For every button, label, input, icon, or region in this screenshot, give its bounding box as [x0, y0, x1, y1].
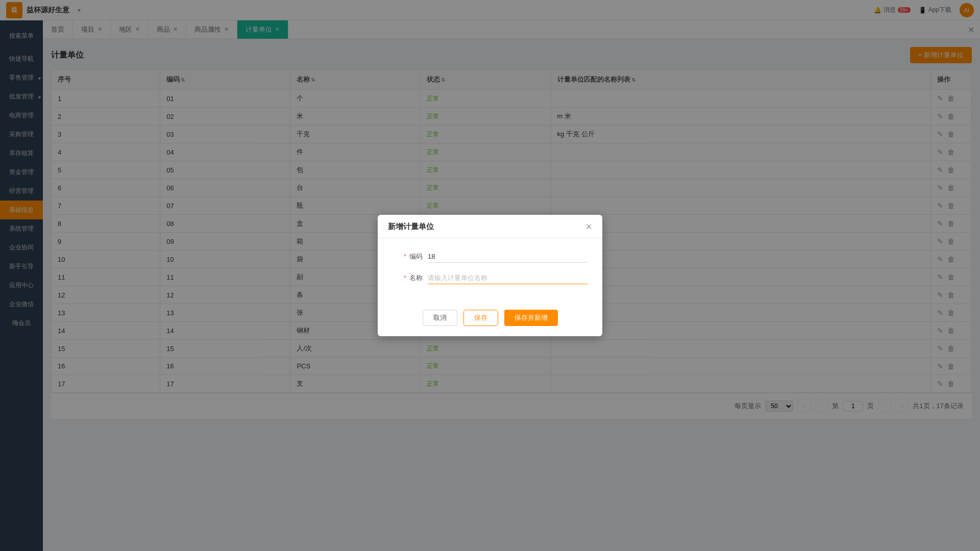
modal-footer: 取消 保存 保存并新增 — [378, 304, 602, 336]
name-input[interactable] — [428, 272, 588, 284]
modal-overlay[interactable]: 新增计量单位 ✕ * 编码 * 名称 取消 保存 保存并新增 — [0, 0, 980, 551]
save-and-continue-button[interactable]: 保存并新增 — [504, 310, 558, 326]
code-field-row: * 编码 — [392, 251, 588, 263]
cancel-button[interactable]: 取消 — [423, 310, 457, 326]
code-input[interactable] — [428, 251, 588, 263]
required-star: * — [404, 274, 406, 282]
code-label: * 编码 — [392, 252, 423, 261]
add-unit-modal: 新增计量单位 ✕ * 编码 * 名称 取消 保存 保存并新增 — [378, 215, 602, 336]
modal-header: 新增计量单位 ✕ — [378, 215, 602, 238]
modal-body: * 编码 * 名称 — [378, 238, 602, 304]
modal-close-btn[interactable]: ✕ — [585, 223, 592, 231]
save-button[interactable]: 保存 — [463, 310, 498, 326]
required-star: * — [404, 253, 406, 260]
modal-title: 新增计量单位 — [388, 222, 434, 232]
name-label: * 名称 — [392, 273, 423, 283]
name-field-row: * 名称 — [392, 272, 588, 284]
